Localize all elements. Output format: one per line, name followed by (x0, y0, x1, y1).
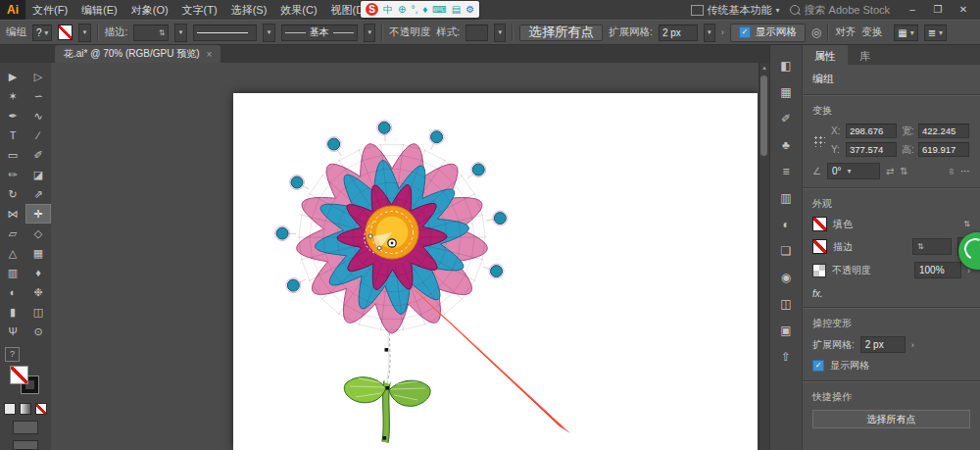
menu-item-0[interactable]: 文件(F) (25, 0, 74, 20)
ime-keyboard-icon[interactable]: ⌨ (432, 2, 446, 17)
opacity-label[interactable]: 不透明度 (832, 264, 871, 277)
tool-perspective-grid[interactable]: △ (0, 243, 25, 263)
document-tab[interactable]: 花.ai* @ 70% (RGB/GPU 预览) × (55, 45, 220, 63)
fx-button[interactable]: fx. (812, 288, 823, 299)
style-caret[interactable]: ▾ (494, 24, 506, 42)
menu-item-5[interactable]: 效果(C) (273, 0, 323, 20)
grid-options-button[interactable]: ▦ ▾ (894, 25, 917, 41)
tool-rotate[interactable]: ↻ (0, 184, 25, 204)
tab-close-icon[interactable]: × (207, 49, 213, 60)
opacity-label[interactable]: 不透明度 (389, 25, 430, 39)
style-swatch[interactable] (466, 25, 488, 41)
tool-puppet-warp[interactable]: ✛ (25, 204, 51, 224)
transparency-panel-icon[interactable]: ◐ (776, 216, 796, 232)
drawing-mode-button[interactable] (13, 421, 38, 434)
tool-column-graph[interactable]: ▮ (0, 302, 25, 322)
list-options-button[interactable]: ≣ ▾ (924, 25, 947, 41)
link-dimensions-icon[interactable]: ∞ (947, 168, 956, 174)
tool-symbol-sprayer[interactable]: ❉ (25, 282, 51, 302)
brush-dropdown[interactable]: 基本 (281, 25, 359, 41)
artboard[interactable] (233, 93, 758, 450)
variant-combo[interactable]: ? ▾ (32, 25, 52, 41)
transform-y-input[interactable] (846, 142, 897, 157)
tool-hand[interactable]: Ψ (0, 322, 25, 341)
ime-logo[interactable]: S (366, 3, 378, 16)
tool-pencil[interactable]: ✏ (0, 165, 25, 184)
fill-swatch[interactable] (10, 366, 28, 384)
tool-lasso[interactable]: ∽ (25, 86, 51, 106)
globe-icon[interactable]: ◎ (811, 25, 821, 39)
minimize-button[interactable]: – (900, 0, 925, 20)
stroke-panel-icon[interactable]: ≡ (776, 163, 796, 179)
tool-scale[interactable]: ⇗ (25, 184, 51, 204)
asset-export-panel-icon[interactable]: ⇧ (776, 348, 796, 365)
artboards-panel-icon[interactable]: ▣ (776, 322, 796, 338)
stroke-weight-field[interactable]: ⇅ (912, 238, 952, 255)
ime-punctuation-icon[interactable]: °, (411, 2, 417, 17)
tool-curvature[interactable]: ∿ (25, 106, 51, 125)
symbols-panel-icon[interactable]: ♣ (776, 136, 796, 153)
transform-h-input[interactable] (918, 142, 969, 157)
edit-toolbar-button[interactable]: ? (5, 347, 20, 362)
gradient-mode-button[interactable] (20, 403, 31, 415)
tool-eraser[interactable]: ◪ (25, 165, 51, 184)
swatches-panel-icon[interactable]: ▦ (776, 83, 796, 100)
stroke-weight-dropdown[interactable]: ▾ (174, 24, 186, 42)
scroll-up-icon[interactable]: ▲ (760, 63, 769, 74)
tool-direct-selection[interactable]: ▷ (25, 67, 51, 86)
show-mesh-checkbox[interactable]: ✓ (812, 360, 824, 372)
fill-color-swatch[interactable] (58, 25, 73, 40)
stroke-label[interactable]: 描边 (833, 240, 853, 254)
fill-label[interactable]: 填色 (833, 218, 853, 231)
tool-selection[interactable]: ▶ (0, 67, 25, 86)
tool-rectangle[interactable]: ▭ (0, 145, 25, 165)
transform-label[interactable]: 变换 (861, 25, 882, 39)
tab-properties[interactable]: 属性 (803, 45, 848, 65)
rotation-dropdown[interactable]: 0° ▾ (827, 163, 880, 179)
gradient-panel-icon[interactable]: ▥ (776, 189, 796, 206)
select-all-points-button[interactable]: 选择所有点 (519, 25, 603, 41)
tool-artboard[interactable]: ◫ (25, 302, 51, 322)
brushes-panel-icon[interactable]: ✐ (776, 110, 796, 126)
fill-stroke-widget[interactable] (8, 366, 43, 397)
workspace-switcher[interactable]: 传统基本功能 ▾ (691, 3, 780, 18)
ime-chinese-mode-icon[interactable]: 中 (383, 2, 393, 17)
align-label[interactable]: 对齐 (835, 25, 856, 39)
appearance-fill-swatch[interactable] (812, 217, 827, 231)
width-profile-caret[interactable]: ▾ (263, 24, 274, 42)
appearance-stroke-swatch[interactable] (812, 239, 827, 254)
color-mode-button[interactable] (4, 403, 16, 415)
tool-magic-wand[interactable]: ✶ (0, 86, 25, 106)
flip-horizontal-icon[interactable]: ⇄ (886, 166, 894, 176)
appearance-panel-icon[interactable]: ◉ (776, 269, 796, 285)
menu-item-4[interactable]: 选择(S) (224, 0, 274, 20)
stroke-weight-stepper[interactable]: ⇅ (133, 25, 169, 41)
ime-clipboard-icon[interactable]: ▤ (452, 2, 461, 17)
tool-mesh[interactable]: ▦ (25, 243, 51, 263)
stock-search[interactable]: 搜索 Adobe Stock (790, 3, 890, 18)
opacity-field[interactable]: 100% (914, 262, 961, 278)
tool-paintbrush[interactable]: ✐ (25, 145, 51, 165)
tool-pen[interactable]: ✒ (0, 106, 25, 125)
tool-width[interactable]: ⋈ (0, 204, 25, 224)
tool-shape-builder[interactable]: ◇ (25, 224, 51, 243)
tool-gradient[interactable]: ▥ (0, 263, 25, 282)
menu-item-3[interactable]: 文字(T) (175, 0, 224, 20)
reference-point-grid[interactable] (812, 134, 825, 147)
transform-more-button[interactable]: ⋯ (960, 166, 970, 176)
flip-vertical-icon[interactable]: ⇅ (900, 166, 907, 176)
width-profile-dropdown[interactable] (193, 25, 258, 41)
menu-item-2[interactable]: 对象(O) (124, 0, 175, 20)
show-mesh-toggle[interactable]: ✓ 显示网格 (730, 24, 806, 42)
tool-eyedropper[interactable]: ♦ (25, 263, 51, 282)
ime-toolbox-icon[interactable]: ⚙ (466, 2, 474, 17)
artwork-flower[interactable] (233, 93, 758, 450)
graphic-styles-panel-icon[interactable]: ❏ (776, 242, 796, 259)
expand-mesh-caret[interactable]: ▾ (704, 24, 715, 42)
ime-fullwidth-icon[interactable]: ⊕ (398, 2, 406, 17)
close-button[interactable]: ✕ (951, 0, 976, 20)
menu-item-1[interactable]: 编辑(E) (74, 0, 124, 20)
scrollbar-thumb[interactable] (760, 75, 767, 156)
tool-line-segment[interactable]: ∕ (25, 125, 51, 145)
tool-free-transform[interactable]: ▱ (0, 224, 25, 243)
